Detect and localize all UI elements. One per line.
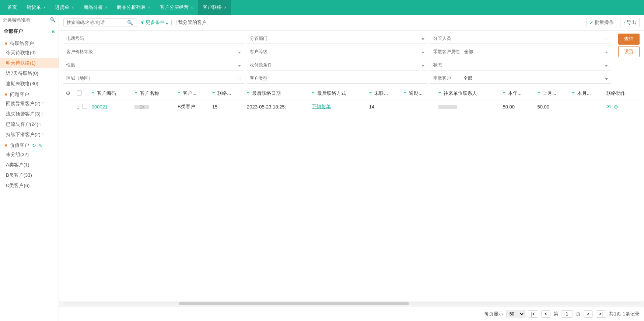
filter-person[interactable]: 分管人员 ··· [430,34,611,44]
th-contact-person[interactable]: 往来单位联系人 [436,87,501,100]
sidebar-item-churned[interactable]: 已流失客户(24) ? [0,119,59,130]
th-last-month[interactable]: 上月... [535,87,570,100]
sidebar-collapse-icon[interactable]: « [52,28,55,35]
filter-dept[interactable]: 分管部门 [247,34,427,44]
more-conditions-btn[interactable]: ▼ 更多条件 [140,19,168,26]
nav-customer-contact-close[interactable]: × [224,5,226,10]
filter-retail-attr-dropdown[interactable] [605,49,608,55]
batch-op-button[interactable]: ✓ 批量操作 [586,18,617,27]
search-icon[interactable]: 🔍 [127,20,133,25]
value-group-edit-icon[interactable]: ✎ [38,143,42,148]
filter-retail-customer[interactable]: 零散客户 全部 [430,73,611,84]
filter-retail-attr[interactable]: 零散客户属性 全部 [430,47,611,57]
filter-dept-dropdown[interactable] [421,36,424,41]
first-page-btn[interactable]: |< [528,310,538,318]
th-name[interactable]: 客户名称 [132,87,175,100]
sidebar-item-c-class[interactable]: C类客户(6) [0,180,59,191]
nav-sales[interactable]: 销货单 × [22,0,50,15]
filter-price-level-dropdown[interactable] [238,49,241,55]
sidebar-item-tomorrow[interactable]: 明天待联络(1) [0,58,59,68]
sidebar-group-problem: ▼ 问题客户 [0,89,59,99]
nav-home[interactable]: 首页 [3,0,21,15]
horizontal-scrollbar[interactable] [63,302,640,305]
td-last-contact-method[interactable]: 下销货单 [309,100,367,113]
top-navigation: 首页 销货单 × 进货单 × 商品分析 × 商品分析列表 × 客户分层经营 × … [0,0,644,15]
filter-customer-level-dropdown[interactable] [421,49,424,55]
filter-region-dots[interactable]: ··· [237,76,241,81]
filter-phone[interactable]: 电话号码 [63,34,244,44]
th-contact-count[interactable]: 联络... [210,87,245,100]
export-button[interactable]: ↑ 导出 [620,18,640,27]
prev-page-btn[interactable]: < [541,310,550,318]
sidebar-search-icon[interactable]: 🔍 [50,17,56,23]
last-page-btn[interactable]: >| [596,310,606,318]
th-no-contact[interactable]: 未联... [367,87,402,100]
sidebar-item-declining[interactable]: 持续下滑客户(2) ? [0,130,59,140]
sidebar-all-customers[interactable]: 全部客户 « [0,25,59,38]
nav-sales-close[interactable]: × [43,5,45,10]
th-overdue[interactable]: 逾期... [402,87,436,100]
filter-region[interactable]: 区域（地区） ··· [63,73,244,84]
filter-payment-dropdown[interactable] [421,62,424,68]
nav-customer-tier-close[interactable]: × [191,5,193,10]
nav-product-analysis[interactable]: 商品分析 × [79,0,112,15]
sidebar-search-input[interactable] [3,17,48,23]
nav-customer-tier[interactable]: 客户分层经营 × [155,0,197,15]
per-page-select[interactable]: 50 100 200 [506,310,525,318]
value-group-refresh-icon[interactable]: ↻ [32,143,36,148]
nav-customer-contact[interactable]: 客户联络 × [198,0,231,15]
sidebar-item-b-class[interactable]: B类客户(33) [0,170,59,180]
nav-purchase[interactable]: 进货单 × [50,0,78,15]
th-this-month[interactable]: 本月... [570,87,604,100]
nav-purchase-close[interactable]: × [71,5,74,10]
th-customer-type[interactable]: 客户... [175,87,210,100]
sidebar-item-today[interactable]: 今天待联络(0) [0,48,59,58]
filter-nature-label: 性质 [66,62,92,68]
row-checkbox[interactable] [82,104,87,109]
th-last-contact-method[interactable]: 最后联络方式 [309,87,367,100]
filter-price-level[interactable]: 客户价格等级 [63,47,244,57]
scrollbar-thumb[interactable] [179,302,409,305]
action-more-icon[interactable]: ⊕ [614,104,618,110]
th-code[interactable]: 客户编码 [90,87,133,100]
table-settings-icon[interactable]: ⚙ [66,90,70,97]
select-all-checkbox[interactable] [77,90,82,96]
search-input[interactable] [67,20,126,25]
td-code[interactable]: 000021 [90,100,133,113]
filter-status-dropdown[interactable] [605,62,608,68]
nav-product-analysis-close[interactable]: × [105,5,107,10]
sidebar-item-7days[interactable]: 近7天待联络(0) [0,68,59,79]
set-button[interactable]: 设置 [618,46,640,57]
filter-nature[interactable]: 性质 [63,60,244,70]
next-page-btn[interactable]: > [584,310,593,318]
sidebar-item-overdue[interactable]: 逾期未联络(30) [0,79,59,89]
search-input-wrap[interactable]: 🔍 [63,18,137,27]
help-icon-3[interactable]: ? [41,132,43,137]
help-icon-0[interactable]: ? [41,101,43,106]
query-button[interactable]: 查询 [618,34,640,45]
nav-product-analysis-list-close[interactable]: × [148,5,150,10]
filter-customer-level[interactable]: 客户等级 [247,47,427,57]
filter-customer-type[interactable]: 客户类型 [247,73,427,84]
td-this-month [570,100,604,113]
page-number-input[interactable] [561,310,573,318]
sidebar-item-abnormal-repurchase[interactable]: 回购异常客户(2) ? [0,99,59,109]
help-icon-1[interactable]: ? [41,112,43,116]
nav-product-analysis-list[interactable]: 商品分析列表 × [112,0,154,15]
sidebar-item-ungrouped[interactable]: 未分组(32) [0,149,59,160]
sidebar-item-churn-warning[interactable]: 流失预警客户(3) ? [0,109,59,119]
sidebar-item-a-class[interactable]: A类客户(1) [0,160,59,170]
my-customers-checkbox[interactable]: 我分管的客户 [171,19,207,26]
filter-payment[interactable]: 收付款条件 [247,60,427,70]
my-customers-check[interactable] [171,20,176,25]
filter-nature-dropdown[interactable] [238,62,241,68]
th-last-contact-date[interactable]: 最后联络日期 [245,87,309,100]
filter-retail-customer-dropdown[interactable] [605,76,608,81]
filter-person-dots[interactable]: ··· [604,36,608,41]
data-table-area: ⚙ 客户编码 客户名称 客户... [59,87,644,301]
td-name[interactable]: Ea [132,100,175,113]
action-contact-icon[interactable]: ✉ [606,104,611,110]
th-this-year[interactable]: 本年... [500,87,535,100]
filter-status[interactable]: 状态 [430,60,611,70]
help-icon-2[interactable]: ? [39,122,41,127]
